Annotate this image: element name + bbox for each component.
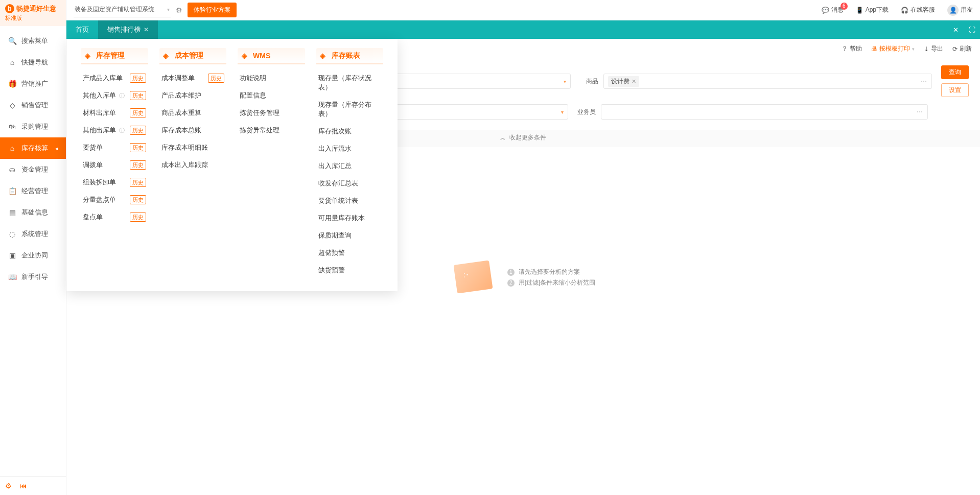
app-download-link[interactable]: 📱 App下载 (856, 6, 889, 14)
mega-item[interactable]: 配置信息 (238, 87, 305, 104)
print-template-dropdown[interactable]: 🖶 按模板打印 ▾ (871, 44, 915, 53)
mega-item[interactable]: 成本调整单历史 (159, 69, 227, 87)
history-badge[interactable]: 历史 (130, 213, 146, 222)
fullscreen-icon[interactable]: ⛶ (964, 20, 980, 39)
history-badge[interactable]: 历史 (130, 91, 146, 100)
history-badge[interactable]: 历史 (130, 108, 146, 117)
user-menu[interactable]: 👤 用友 (947, 5, 973, 16)
mega-item[interactable]: 要货单统计表 (316, 192, 384, 209)
mega-item[interactable]: 要货单历史 (81, 139, 148, 156)
mega-item-label: 库存成本明细账 (161, 143, 208, 152)
remove-tag-icon[interactable]: ✕ (632, 78, 636, 85)
mega-item[interactable]: 库存成本总账 (159, 122, 227, 139)
mega-item[interactable]: 分量盘点单历史 (81, 191, 148, 208)
query-button[interactable]: 查询 (941, 65, 969, 79)
sidebar-item-marketing[interactable]: 🎁营销推广 (0, 73, 66, 95)
collapse-sidebar-icon[interactable]: ⏮ (20, 482, 27, 490)
mega-item[interactable]: 现存量（库存分布表） (316, 96, 384, 123)
settings-button[interactable]: 设置 (941, 83, 969, 97)
close-all-tabs-icon[interactable]: ✕ (947, 20, 964, 39)
sidebar-item-sales[interactable]: ◇销售管理 (0, 95, 66, 116)
sidebar-footer: ⚙ ⏮ (0, 476, 66, 495)
sidebar-item-funds[interactable]: ⛀资金管理 (0, 159, 66, 180)
sidebar-item-quick-nav[interactable]: ⌂快捷导航 (0, 52, 66, 73)
history-badge[interactable]: 历史 (130, 178, 146, 187)
mega-item[interactable]: 缺货预警 (316, 262, 384, 279)
mega-item-label: 其他出库单 ⓘ (83, 126, 125, 135)
mega-item-label: 产品成本维护 (161, 91, 201, 100)
tab-home[interactable]: 首页 (66, 20, 98, 39)
empty-step-2-text: 用[过滤]条件来缩小分析范围 (519, 278, 596, 287)
system-settings-icon[interactable]: ⚙ (176, 6, 182, 14)
salesperson-input[interactable]: ⋯ (601, 104, 928, 120)
mega-item[interactable]: 商品成本重算 (159, 104, 227, 122)
mega-item[interactable]: 拣货异常处理 (238, 122, 305, 139)
mega-item-label: 产成品入库单 (83, 74, 123, 83)
settings-gear-icon[interactable]: ⚙ (5, 482, 12, 490)
mega-item[interactable]: 可用量库存账本 (316, 209, 384, 227)
sidebar-icon: ▣ (8, 251, 16, 260)
mega-item[interactable]: 库存成本明细账 (159, 139, 227, 156)
tab-close-icon[interactable]: ✕ (144, 26, 149, 33)
chevron-left-icon: ◂ (55, 146, 58, 151)
user-name: 用友 (961, 6, 973, 14)
export-link[interactable]: ⤓ 导出 (924, 44, 943, 53)
mega-item[interactable]: 其他出库单 ⓘ历史 (81, 122, 148, 139)
chevron-down-icon: ▾ (564, 79, 566, 84)
tab-sales-ranking[interactable]: 销售排行榜 ✕ (98, 20, 158, 39)
mega-item[interactable]: 出入库流水 (316, 140, 384, 157)
sidebar-icon: 🎁 (8, 80, 16, 88)
mega-item[interactable]: 超储预警 (316, 244, 384, 262)
sidebar-item-collab[interactable]: ▣企业协同 (0, 245, 66, 266)
mega-item[interactable]: 成本出入库跟踪 (159, 156, 227, 174)
mega-item[interactable]: 组装拆卸单历史 (81, 174, 148, 191)
mega-item[interactable]: 材料出库单历史 (81, 104, 148, 122)
mega-item[interactable]: 库存批次账 (316, 123, 384, 140)
more-icon[interactable]: ⋯ (921, 78, 927, 85)
mega-item[interactable]: 拣货任务管理 (238, 104, 305, 122)
mega-item[interactable]: 收发存汇总表 (316, 175, 384, 192)
history-badge[interactable]: 历史 (130, 74, 146, 83)
mega-item[interactable]: 产成品入库单历史 (81, 69, 148, 87)
sidebar-item-operations[interactable]: 📋经营管理 (0, 180, 66, 202)
mega-item-label: 组装拆卸单 (83, 178, 116, 187)
history-badge[interactable]: 历史 (130, 143, 146, 152)
sidebar-item-base-info[interactable]: ▦基础信息 (0, 202, 66, 223)
sidebar-icon: 🔍 (8, 37, 16, 45)
mega-item-label: 保质期查询 (318, 231, 352, 240)
mega-item[interactable]: 盘点单历史 (81, 208, 148, 226)
online-support-link[interactable]: 🎧 在线客服 (901, 6, 935, 14)
sidebar-item-inventory-costing[interactable]: ⌂库存核算◂ (0, 137, 66, 159)
history-badge[interactable]: 历史 (130, 126, 146, 135)
app-download-label: App下载 (866, 6, 889, 14)
more-icon[interactable]: ⋯ (917, 108, 923, 115)
system-selector[interactable]: 装备及固定资产辅助管理系统 ▾ (74, 3, 171, 17)
mega-item[interactable]: 功能说明 (238, 69, 305, 87)
mega-item-label: 收发存汇总表 (318, 179, 358, 188)
mega-item[interactable]: 现存量（库存状况表） (316, 69, 384, 96)
mega-item-label: 其他入库单 ⓘ (83, 91, 125, 100)
history-badge[interactable]: 历史 (208, 74, 224, 83)
mega-item[interactable]: 调拨单历史 (81, 156, 148, 174)
history-badge[interactable]: 历史 (130, 160, 146, 170)
mega-item[interactable]: 其他入库单 ⓘ历史 (81, 87, 148, 104)
sidebar-item-onboarding[interactable]: 📖新手引导 (0, 266, 66, 288)
refresh-link[interactable]: ⟳ 刷新 (952, 44, 972, 53)
industry-plan-button[interactable]: 体验行业方案 (188, 3, 237, 17)
sidebar-item-purchase[interactable]: 🛍采购管理 (0, 116, 66, 137)
help-link[interactable]: ？ 帮助 (842, 44, 862, 53)
mega-item[interactable]: 出入库汇总 (316, 157, 384, 175)
sidebar-item-system[interactable]: ◌系统管理 (0, 223, 66, 245)
mega-item[interactable]: 保质期查询 (316, 227, 384, 244)
mega-item-label: 成本调整单 (161, 74, 195, 83)
print-icon: 🖶 (871, 45, 877, 53)
sidebar-item-search-menu[interactable]: 🔍搜索菜单 (0, 30, 66, 52)
product-input[interactable]: 设计费 ✕ ⋯ (603, 74, 932, 89)
mega-item[interactable]: 产品成本维护 (159, 87, 227, 104)
tabs-bar: 首页 销售排行榜 ✕ ✕ ⛶ (66, 20, 980, 39)
mega-item-label: 盘点单 (83, 213, 103, 222)
mega-item-label: 可用量库存账本 (318, 214, 365, 223)
mega-item-label: 拣货任务管理 (240, 108, 279, 117)
history-badge[interactable]: 历史 (130, 195, 146, 204)
messages-link[interactable]: 💬 消息 6 (822, 6, 844, 14)
